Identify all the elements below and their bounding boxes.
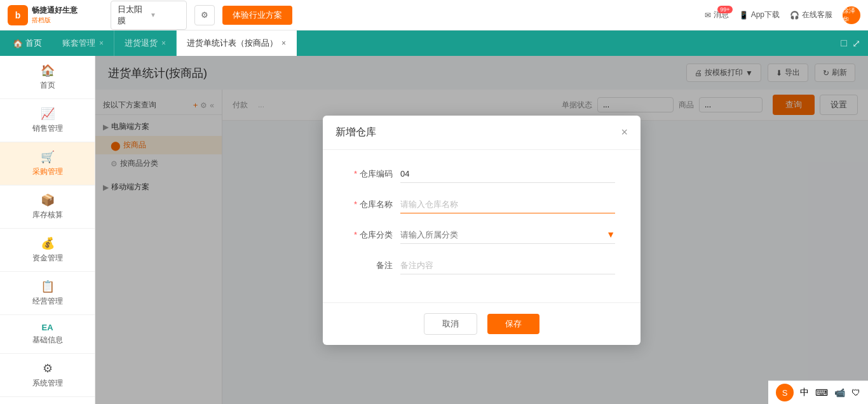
sales-icon: 📈 xyxy=(41,107,55,121)
logo-icon: b xyxy=(8,5,28,25)
select-arrow-icon: ▼ xyxy=(606,229,615,239)
basic-info-icon: EA xyxy=(41,323,53,332)
form-row-code: 仓库编码 xyxy=(348,165,615,183)
tab-close-stats[interactable]: × xyxy=(281,39,286,48)
modal-add-warehouse: 新增仓库 × 仓库编码 仓库名称 仓库分类 xyxy=(323,116,641,345)
modal-title: 新增仓库 xyxy=(336,126,376,139)
field-label-remark: 备注 xyxy=(348,260,393,271)
sidebar-item-enterprise[interactable]: 🔲 企业协同 xyxy=(0,397,95,404)
modal-close-button[interactable]: × xyxy=(621,126,628,139)
operations-icon: 📋 xyxy=(41,279,55,293)
tab-expand-icon[interactable]: ⤢ xyxy=(852,37,860,50)
logo-area: b 畅捷通好生意 搭档版 xyxy=(8,5,103,25)
modal-header: 新增仓库 × xyxy=(323,116,641,150)
sidebar-item-home[interactable]: 🏠 首页 xyxy=(0,56,95,99)
tab-actions: □ ⤢ xyxy=(836,37,865,50)
headset-icon: 🎧 xyxy=(790,11,799,20)
warehouse-category-select[interactable]: ▼ xyxy=(400,226,615,244)
phone-icon: 📱 xyxy=(739,11,749,20)
avatar: 徐泽华 xyxy=(843,6,860,24)
tab-purchase-return[interactable]: 进货退货 × xyxy=(114,30,177,56)
store-selector[interactable]: 日太阳膜 ▼ xyxy=(111,1,187,30)
finance-icon: 💰 xyxy=(41,236,55,250)
header-right: ✉ 消息 99+ 📱 App下载 🎧 在线客服 徐泽华 xyxy=(705,6,860,24)
message-button[interactable]: ✉ 消息 99+ xyxy=(705,10,729,20)
tab-close-return[interactable]: × xyxy=(161,39,166,48)
sidebar-item-purchase[interactable]: 🛒 采购管理 xyxy=(0,142,95,185)
category-input[interactable] xyxy=(400,226,606,243)
save-button[interactable]: 保存 xyxy=(487,314,539,334)
security-icon[interactable]: 🛡 xyxy=(851,387,860,398)
field-label-name: 仓库名称 xyxy=(348,199,393,210)
content-area: 进货单统计(按商品) 🖨 按模板打印 ▼ ⬇ 导出 ↻ 刷新 xyxy=(95,56,868,404)
sidebar: 🏠 首页 📈 销售管理 🛒 采购管理 📦 库存核算 💰 资金管理 📋 经营管理 … xyxy=(0,56,95,404)
video-icon[interactable]: 📹 xyxy=(834,387,845,398)
mic-icon[interactable]: 中 xyxy=(800,387,809,398)
system-icon: ⚙ xyxy=(43,361,53,375)
tab-bar: 🏠 首页 账套管理 × 进货退货 × 进货单统计表（按商品） × □ ⤢ xyxy=(0,30,868,56)
main-layout: 🏠 首页 📈 销售管理 🛒 采购管理 📦 库存核算 💰 资金管理 📋 经营管理 … xyxy=(0,56,868,404)
form-row-name: 仓库名称 xyxy=(348,196,615,213)
modal-overlay[interactable]: 新增仓库 × 仓库编码 仓库名称 仓库分类 xyxy=(95,56,868,404)
tab-close-accounts[interactable]: × xyxy=(99,39,104,48)
tab-purchase-stats[interactable]: 进货单统计表（按商品） × xyxy=(177,30,297,56)
status-bar: S 中 ⌨ 📹 🛡 xyxy=(768,380,868,404)
user-profile[interactable]: 徐泽华 xyxy=(843,6,860,24)
sidebar-item-operations[interactable]: 📋 经营管理 xyxy=(0,272,95,315)
app-download-button[interactable]: 📱 App下载 xyxy=(739,10,780,20)
gear-icon: ⚙ xyxy=(201,10,208,20)
s-icon[interactable]: S xyxy=(776,384,794,401)
online-service-button[interactable]: 🎧 在线客服 xyxy=(790,10,832,20)
tab-accounts[interactable]: 账套管理 × xyxy=(52,30,114,56)
header-settings-button[interactable]: ⚙ xyxy=(194,5,215,25)
inventory-icon: 📦 xyxy=(41,193,55,207)
form-row-remark: 备注 xyxy=(348,257,615,274)
sidebar-item-sales[interactable]: 📈 销售管理 xyxy=(0,99,95,142)
sidebar-item-system[interactable]: ⚙ 系统管理 xyxy=(0,354,95,397)
warehouse-name-input[interactable] xyxy=(400,196,615,213)
form-row-category: 仓库分类 ▼ xyxy=(348,226,615,244)
purchase-icon: 🛒 xyxy=(41,150,55,164)
modal-body: 仓库编码 仓库名称 仓库分类 ▼ xyxy=(323,150,641,302)
warehouse-code-input[interactable] xyxy=(400,165,615,183)
tab-home[interactable]: 🏠 首页 xyxy=(3,30,52,56)
message-icon: ✉ xyxy=(705,11,711,20)
keyboard-icon[interactable]: ⌨ xyxy=(815,387,828,398)
sidebar-item-finance[interactable]: 💰 资金管理 xyxy=(0,229,95,272)
top-header: b 畅捷通好生意 搭档版 日太阳膜 ▼ ⚙ 体验行业方案 ✉ 消息 99+ 📱 … xyxy=(0,0,868,30)
field-label-code: 仓库编码 xyxy=(348,168,393,180)
home-icon: 🏠 xyxy=(41,64,55,77)
modal-footer: 取消 保存 xyxy=(323,302,641,345)
tab-restore-icon[interactable]: □ xyxy=(841,37,847,49)
sidebar-item-basic-info[interactable]: EA 基础信息 xyxy=(0,315,95,354)
dropdown-arrow-icon: ▼ xyxy=(150,11,180,18)
field-label-category: 仓库分类 xyxy=(348,229,393,241)
logo-text: 畅捷通好生意 搭档版 xyxy=(32,5,78,25)
home-icon: 🏠 xyxy=(13,39,23,48)
cancel-button[interactable]: 取消 xyxy=(424,313,477,335)
remark-input[interactable] xyxy=(400,257,615,274)
sidebar-item-inventory[interactable]: 📦 库存核算 xyxy=(0,185,95,229)
trial-button[interactable]: 体验行业方案 xyxy=(222,6,292,25)
